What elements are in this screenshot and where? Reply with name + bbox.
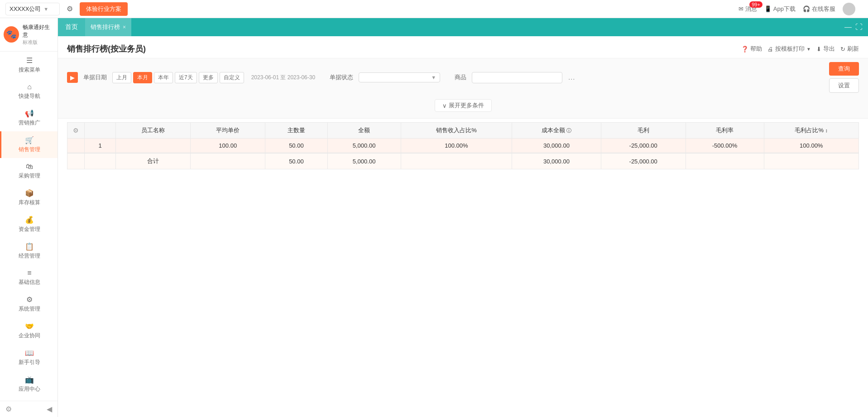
sidebar-logo: 🐾 畅康通好生意 标准版 — [0, 18, 58, 52]
profit-ratio-info-icon[interactable]: ↕ — [825, 128, 828, 133]
footer-label: 合计 — [116, 153, 191, 169]
sidebar-item-inventory[interactable]: 📦 库存核算 — [0, 184, 58, 211]
sidebar-item-finance[interactable]: 💰 资金管理 — [0, 211, 58, 238]
cost-info-icon[interactable]: ⓘ — [566, 128, 571, 133]
date-btn-this-month[interactable]: 本月 — [133, 72, 152, 83]
help-label: 帮助 — [750, 45, 762, 53]
refresh-button[interactable]: ↻ 刷新 — [840, 45, 859, 53]
maximize-icon[interactable]: ⛶ — [855, 23, 863, 31]
print-icon: 🖨 — [767, 46, 773, 53]
sidebar-label-apps: 应用中心 — [19, 385, 40, 393]
mobile-icon: 📱 — [764, 5, 772, 12]
app-download-button[interactable]: 📱 App下载 — [764, 5, 796, 13]
goods-more-icon[interactable]: … — [568, 73, 575, 81]
company-selector[interactable]: XXXXX公司 ▼ — [5, 3, 60, 15]
print-button[interactable]: 🖨 按模板打印 ▼ — [767, 45, 811, 53]
expand-more-row: ∨ 展开更多条件 — [67, 96, 859, 115]
table-container: ⚙ 员工名称 平均单价 主数量 全额 销售收入占比% 成本全额 ⓘ 毛利 毛 — [58, 122, 868, 169]
table-row: 1 100.00 50.00 5,000.00 100.00% 30,000.0… — [67, 139, 859, 153]
sidebar-label-purchase: 采购管理 — [19, 172, 40, 180]
collapse-sidebar-icon[interactable]: ◀ — [47, 405, 52, 413]
footer-cell-empty2 — [85, 153, 116, 169]
col-header-profit-ratio: 毛利占比% ↕ — [764, 123, 858, 139]
settings-icon[interactable]: ⚙ — [63, 3, 76, 15]
filter-area: ▶ 单据日期 上月 本月 本年 近7天 更多 自定义 2023-06-01 至 — [58, 58, 868, 119]
date-btn-custom[interactable]: 自定义 — [220, 72, 244, 83]
company-name: XXXXX公司 — [10, 5, 41, 13]
cell-sales-ratio: 100.00% — [401, 139, 512, 153]
minimize-icon[interactable]: — — [844, 23, 852, 31]
inventory-icon: 📦 — [25, 189, 34, 197]
experience-button[interactable]: 体验行业方案 — [80, 2, 128, 16]
status-chevron-icon: ▼ — [431, 75, 436, 80]
goods-input[interactable] — [472, 72, 562, 83]
query-button[interactable]: 查询 — [829, 62, 859, 76]
guide-icon: 📖 — [25, 349, 34, 357]
footer-sales-ratio — [401, 153, 512, 169]
filter-toggle-icon[interactable]: ▶ — [67, 72, 78, 83]
table-footer: 合计 50.00 5,000.00 30,000.00 -25,000.00 — [67, 153, 859, 169]
top-right-actions: ✉ 消息 99+ 📱 App下载 🎧 在线客服 — [739, 3, 863, 15]
col-header-profit-rate: 毛利率 — [686, 123, 764, 139]
page-title: 销售排行榜(按业务员) — [67, 43, 146, 54]
tab-close-icon[interactable]: × — [123, 24, 126, 30]
footer-profit-rate — [686, 153, 764, 169]
sidebar-item-sales[interactable]: 🛒 销售管理 — [0, 131, 58, 158]
bottom-gear-icon[interactable]: ⚙ — [5, 405, 12, 413]
date-filter-label: 单据日期 — [83, 73, 107, 81]
search-menu-icon: ☰ — [26, 56, 33, 65]
table-header-row: ⚙ 员工名称 平均单价 主数量 全额 销售收入占比% 成本全额 ⓘ 毛利 毛 — [67, 123, 859, 139]
sidebar-item-system[interactable]: ⚙ 系统管理 — [0, 291, 58, 317]
refresh-label: 刷新 — [847, 45, 859, 53]
sidebar-item-search[interactable]: ☰ 搜索菜单 — [0, 52, 58, 78]
column-settings-icon[interactable]: ⚙ — [73, 127, 79, 134]
sidebar-item-guide[interactable]: 📖 新手引导 — [0, 344, 58, 371]
date-btn-this-year[interactable]: 本年 — [154, 72, 173, 83]
messages-button[interactable]: ✉ 消息 99+ — [739, 5, 757, 13]
footer-amount: 5,000.00 — [327, 153, 401, 169]
print-label: 按模板打印 — [775, 45, 805, 53]
avatar[interactable] — [843, 3, 855, 15]
sidebar-item-management[interactable]: 📋 经营管理 — [0, 238, 58, 264]
col-header-name: 员工名称 — [116, 123, 191, 139]
home-icon: ⌂ — [27, 83, 32, 91]
cell-rank: 1 — [85, 139, 116, 153]
apps-icon: 📺 — [25, 375, 34, 384]
expand-more-button[interactable]: ∨ 展开更多条件 — [435, 99, 492, 112]
cell-profit: -25,000.00 — [601, 139, 686, 153]
logo-icon: 🐾 — [4, 26, 19, 43]
logo-emoji: 🐾 — [6, 29, 16, 39]
marketing-icon: 📢 — [25, 109, 34, 118]
footer-qty: 50.00 — [265, 153, 327, 169]
date-range-display: 2023-06-01 至 2023-06-30 — [251, 74, 315, 81]
sidebar-label-inventory: 库存核算 — [19, 199, 40, 206]
footer-profit-ratio — [764, 153, 858, 169]
footer-cell-empty1 — [67, 153, 85, 169]
col-header-amount: 全额 — [327, 123, 401, 139]
date-btn-last-month[interactable]: 上月 — [112, 72, 131, 83]
tab-home[interactable]: 首页 — [58, 18, 85, 36]
sidebar-item-basic[interactable]: ≡ 基础信息 — [0, 264, 58, 291]
help-icon: ❓ — [741, 46, 748, 53]
sidebar-item-collab[interactable]: 🤝 企业协同 — [0, 317, 58, 344]
sidebar-item-purchase[interactable]: 🛍 采购管理 — [0, 158, 58, 184]
date-btn-7days[interactable]: 近7天 — [175, 72, 197, 83]
online-service-button[interactable]: 🎧 在线客服 — [803, 5, 835, 13]
col-header-sales-ratio: 销售收入占比% — [401, 123, 512, 139]
export-button[interactable]: ⬇ 导出 — [816, 45, 835, 53]
sidebar-item-apps[interactable]: 📺 应用中心 — [0, 371, 58, 398]
status-select[interactable]: ▼ — [359, 72, 440, 82]
page-content: 销售排行榜(按业务员) ❓ 帮助 🖨 按模板打印 ▼ — [58, 36, 868, 417]
online-service-label: 在线客服 — [812, 5, 835, 13]
sidebar-nav: ☰ 搜索菜单 ⌂ 快捷导航 📢 营销推广 🛒 销售管理 🛍 采购管理 — [0, 52, 58, 401]
tab-sales-ranking[interactable]: 销售排行榜 × — [85, 18, 131, 36]
sidebar-item-marketing[interactable]: 📢 营销推广 — [0, 105, 58, 131]
sidebar-label-search: 搜索菜单 — [19, 66, 40, 74]
date-btn-more[interactable]: 更多 — [199, 72, 218, 83]
sidebar-bottom: ⚙ ◀ — [0, 401, 58, 417]
top-bar: XXXXX公司 ▼ ⚙ 体验行业方案 ✉ 消息 99+ 📱 App下载 🎧 在线… — [0, 0, 868, 18]
sidebar-item-quicknav[interactable]: ⌂ 快捷导航 — [0, 78, 58, 105]
help-button[interactable]: ❓ 帮助 — [741, 45, 762, 53]
table-settings-button[interactable]: 设置 — [829, 78, 859, 93]
sidebar-item-wechat[interactable]: 💬 企业微信 — [0, 398, 58, 401]
